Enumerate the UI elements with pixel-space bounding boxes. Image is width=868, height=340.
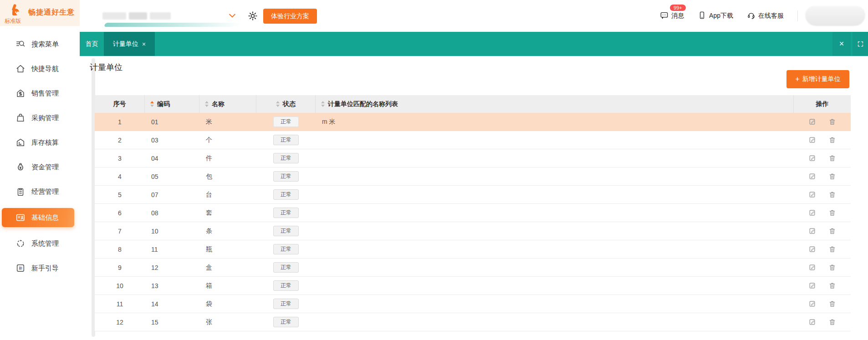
edit-icon[interactable]: [808, 154, 817, 162]
app-download-button[interactable]: App下载: [698, 11, 733, 21]
cell-code: 10: [145, 222, 199, 240]
cell-actions: [794, 186, 851, 203]
tab-home[interactable]: 首页: [80, 32, 104, 56]
edit-icon[interactable]: [808, 173, 817, 181]
tab-unit-of-measure[interactable]: 计量单位 ×: [104, 32, 155, 56]
messages-button[interactable]: 消息 99+: [660, 11, 684, 21]
delete-icon[interactable]: [828, 264, 837, 272]
table-row[interactable]: 101米正常m 米: [95, 113, 851, 131]
sidebar-item-sales[interactable]: 销售管理: [0, 84, 80, 102]
table-row[interactable]: 608套正常: [95, 204, 851, 222]
delete-icon[interactable]: [828, 154, 837, 162]
sort-icon[interactable]: [276, 101, 280, 107]
topbar-divider: [797, 10, 798, 21]
sidebar-item-home[interactable]: 快捷导航: [0, 60, 80, 78]
delete-icon[interactable]: [828, 227, 837, 235]
experience-industry-plan-button[interactable]: 体验行业方案: [263, 9, 317, 24]
app-download-label: App下载: [709, 12, 733, 20]
home-icon: [15, 64, 26, 74]
cell-status: 正常: [256, 313, 316, 331]
table-row[interactable]: 811瓶正常: [95, 240, 851, 259]
cell-index: 11: [95, 295, 145, 313]
status-badge: 正常: [273, 280, 299, 290]
cell-index: 1: [95, 113, 145, 131]
delete-icon[interactable]: [828, 118, 837, 126]
table-row[interactable]: 507台正常: [95, 186, 851, 204]
edit-icon[interactable]: [808, 209, 817, 217]
cell-status: 正常: [256, 149, 316, 167]
main-content: 计量单位 + 新增计量单位 序号编码名称状态计量单位匹配的名称列表操作 101米…: [80, 56, 868, 340]
cell-index: 4: [95, 167, 145, 185]
delete-icon[interactable]: [828, 136, 837, 144]
funds-icon: [15, 162, 26, 172]
table-header-row: 序号编码名称状态计量单位匹配的名称列表操作: [95, 95, 851, 113]
page-title: 计量单位: [90, 62, 123, 73]
status-badge: 正常: [273, 117, 299, 127]
cell-match-list: [316, 259, 794, 276]
column-header-2[interactable]: 编码: [145, 95, 199, 113]
search-menu-icon: [15, 39, 26, 49]
table-row[interactable]: 203个正常: [95, 131, 851, 149]
sidebar-item-funds[interactable]: 资金管理: [0, 158, 80, 176]
delete-icon[interactable]: [828, 245, 837, 254]
delete-icon[interactable]: [828, 300, 837, 308]
sidebar: 畅捷通好生意 标准版 搜索菜单快捷导航销售管理采购管理库存核算资金管理经营管理基…: [0, 0, 80, 340]
column-header-6: 操作: [794, 95, 851, 113]
delete-icon[interactable]: [828, 209, 837, 217]
add-unit-button-label: 新增计量单位: [802, 75, 841, 83]
table-row[interactable]: 710条正常: [95, 222, 851, 240]
edit-icon[interactable]: [808, 227, 817, 235]
edit-icon[interactable]: [808, 282, 817, 290]
cell-status: 正常: [256, 131, 316, 149]
delete-icon[interactable]: [828, 191, 837, 199]
delete-icon[interactable]: [828, 282, 837, 290]
sidebar-item-basic-info[interactable]: 基础信息: [2, 208, 74, 227]
table-row[interactable]: 1013箱正常: [95, 277, 851, 295]
delete-icon[interactable]: [828, 173, 837, 181]
table-row[interactable]: 912盒正常: [95, 259, 851, 277]
status-badge: 正常: [273, 317, 299, 327]
sidebar-item-search-menu[interactable]: 搜索菜单: [0, 35, 80, 53]
sidebar-item-label: 快捷导航: [31, 65, 59, 73]
edit-icon[interactable]: [808, 191, 817, 199]
gear-icon[interactable]: [247, 10, 258, 21]
sidebar-item-guide[interactable]: 新新手引导: [0, 259, 80, 277]
close-tab-icon[interactable]: ×: [832, 32, 851, 56]
edit-icon[interactable]: [808, 300, 817, 308]
edit-icon[interactable]: [808, 136, 817, 144]
online-support-button[interactable]: 在线客服: [747, 11, 784, 21]
table-row[interactable]: 304件正常: [95, 149, 851, 167]
edit-icon[interactable]: [808, 264, 817, 272]
cell-index: 7: [95, 222, 145, 240]
cell-actions: [794, 131, 851, 149]
edit-icon[interactable]: [808, 245, 817, 254]
sort-icon[interactable]: [205, 101, 209, 107]
edit-icon[interactable]: [808, 318, 817, 326]
cell-actions: [794, 240, 851, 258]
purchase-icon: [15, 113, 26, 123]
table-row[interactable]: 1114袋正常: [95, 295, 851, 313]
sidebar-item-operations[interactable]: 经营管理: [0, 183, 80, 201]
sidebar-item-purchase[interactable]: 采购管理: [0, 109, 80, 127]
tab-close-icon[interactable]: ×: [142, 41, 146, 48]
user-account-area[interactable]: [805, 6, 865, 26]
table-row[interactable]: 405包正常: [95, 167, 851, 186]
add-unit-button[interactable]: + 新增计量单位: [786, 70, 849, 88]
blurred-company-name: [102, 12, 126, 20]
sort-icon[interactable]: [321, 101, 325, 107]
cell-code: 07: [145, 186, 199, 203]
company-select[interactable]: [102, 9, 239, 23]
expand-fullscreen-icon[interactable]: [853, 32, 868, 56]
sort-icon[interactable]: [150, 101, 154, 107]
edit-icon[interactable]: [808, 118, 817, 126]
sidebar-item-inventory[interactable]: 库存核算: [0, 133, 80, 152]
sidebar-item-system[interactable]: 系统管理: [0, 234, 80, 253]
column-header-3[interactable]: 名称: [199, 95, 256, 113]
brand-logo-block: 畅捷通好生意 标准版: [0, 0, 80, 26]
column-header-5[interactable]: 计量单位匹配的名称列表: [316, 95, 794, 113]
table-row[interactable]: 1215张正常: [95, 313, 851, 331]
column-header-4[interactable]: 状态: [256, 95, 316, 113]
cell-code: 11: [145, 240, 199, 258]
cell-name: 瓶: [199, 240, 256, 258]
delete-icon[interactable]: [828, 318, 837, 326]
